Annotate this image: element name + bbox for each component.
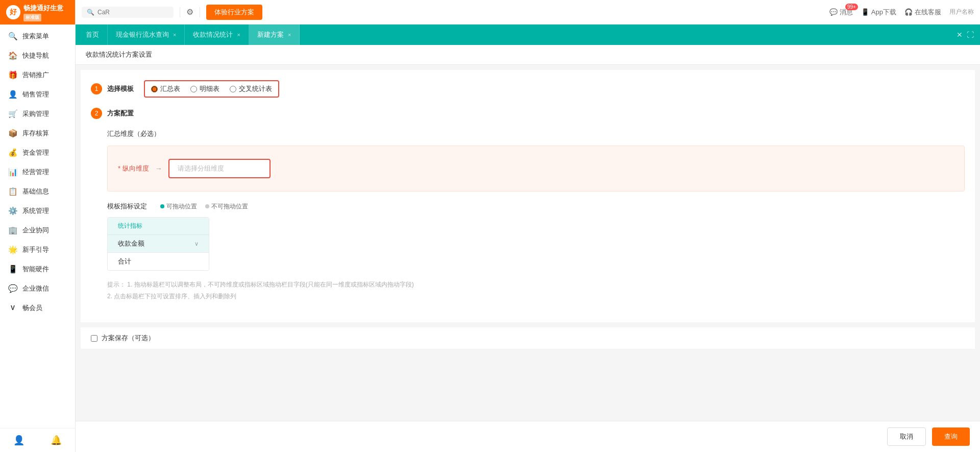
- page-title: 收款情况统计方案设置: [86, 51, 152, 58]
- save-label: 方案保存（可选）: [102, 334, 155, 343]
- edition-badge: 标准版: [23, 14, 41, 21]
- settings-icon[interactable]: ⚙: [186, 7, 193, 17]
- radio-detail-input[interactable]: [190, 86, 197, 92]
- tab-new-plan[interactable]: 新建方案 ×: [249, 25, 300, 45]
- sidebar-bottom-user[interactable]: 👤: [11, 433, 27, 448]
- dimension-section: 汇总维度（必选） * 纵向维度 → 请选择分组维度 模板指标设定: [91, 129, 965, 312]
- search-box[interactable]: 🔍: [82, 7, 174, 18]
- indicators-section: 模板指标设定 可拖动位置 不可拖动位置 统计指标: [107, 202, 965, 272]
- config-section: 汇总维度（必选） * 纵向维度 → 请选择分组维度 模板指标设定: [91, 129, 965, 312]
- tabs-right: ✕ ⛶: [950, 25, 980, 45]
- sidebar-item-hardware[interactable]: 📱 智能硬件: [0, 259, 75, 279]
- sidebar-item-system[interactable]: ⚙️ 系统管理: [0, 201, 75, 221]
- query-button[interactable]: 查询: [932, 427, 970, 446]
- arrow-icon: →: [155, 164, 162, 173]
- radio-detail[interactable]: 明细表: [190, 84, 219, 93]
- sidebar-item-inventory[interactable]: 📦 库存核算: [0, 124, 75, 143]
- app-download-btn[interactable]: 📱 App下载: [861, 8, 896, 17]
- sidebar: 好 畅捷通好生意 标准版 🔍 搜索菜单 🏠 快捷导航 🎁 营销推广 👤 销售管理…: [0, 0, 76, 452]
- step1-label: 选择模板: [107, 84, 134, 93]
- notify-icon: 🔔: [51, 435, 62, 446]
- tips-section: 提示： 1. 拖动标题栏可以调整布局，不可跨维度或指标区域拖动栏目字段(只能在同…: [107, 272, 965, 312]
- step1-number: 1: [91, 83, 102, 94]
- message-badge[interactable]: 💬 消息 99+: [829, 8, 853, 17]
- radio-cross-input[interactable]: [230, 86, 236, 92]
- sidebar-item-label: 营销推广: [22, 70, 49, 80]
- sidebar-item-marketing[interactable]: 🎁 营销推广: [0, 65, 75, 85]
- dimension-title: 汇总维度（必选）: [107, 129, 160, 138]
- sidebar-item-enterprise[interactable]: 🏢 企业协同: [0, 221, 75, 240]
- tab-home[interactable]: 首页: [76, 25, 108, 45]
- sidebar-logo: 好 畅捷通好生意 标准版: [0, 0, 75, 25]
- enterprise-icon: 🏢: [8, 226, 17, 235]
- draggable-legend: 可拖动位置: [160, 202, 197, 211]
- sidebar-item-search-menu[interactable]: 🔍 搜索菜单: [0, 27, 75, 46]
- sidebar-item-label: 资金管理: [22, 148, 49, 157]
- sidebar-item-label: 库存核算: [22, 129, 49, 138]
- industry-btn[interactable]: 体验行业方案: [206, 5, 262, 20]
- sidebar-item-purchase[interactable]: 🛒 采购管理: [0, 104, 75, 124]
- hardware-icon: 📱: [8, 265, 17, 274]
- tab-receipt-stat-label: 收款情况统计: [193, 30, 233, 39]
- form-section: 1 选择模板 汇总表 明细表 交叉统计表: [81, 70, 975, 322]
- home-icon: 🏠: [8, 51, 17, 60]
- operations-icon: 📊: [8, 168, 17, 177]
- tip-line-1: 提示： 1. 拖动标题栏可以调整布局，不可跨维度或指标区域拖动栏目字段(只能在同…: [107, 280, 965, 289]
- indicators-grid-header: 统计指标: [108, 218, 209, 234]
- tab-bank-flow[interactable]: 现金银行流水查询 ×: [108, 25, 185, 45]
- radio-cross-label: 交叉统计表: [239, 84, 272, 93]
- save-section: 方案保存（可选）: [81, 327, 975, 349]
- bottom-bar: 取消 查询: [76, 421, 980, 452]
- save-checkbox[interactable]: [91, 335, 97, 342]
- service-label: 在线客服: [915, 8, 941, 17]
- indicator-chevron-icon[interactable]: ∨: [194, 241, 199, 247]
- funds-icon: 💰: [8, 148, 17, 157]
- sidebar-item-newbie[interactable]: 🌟 新手引导: [0, 240, 75, 259]
- dimension-header: 汇总维度（必选）: [107, 129, 965, 138]
- draggable-label: 可拖动位置: [166, 202, 197, 211]
- sidebar-item-funds[interactable]: 💰 资金管理: [0, 143, 75, 162]
- username: 用户名称: [949, 8, 974, 16]
- sidebar-item-label: 系统管理: [22, 206, 49, 216]
- tab-receipt-stat[interactable]: 收款情况统计 ×: [185, 25, 249, 45]
- topbar: 🔍 ⚙ 体验行业方案 💬 消息 99+ 📱 App下载 🎧 在线客服 用户名称: [76, 0, 980, 25]
- radio-summary[interactable]: 汇总表: [151, 84, 180, 93]
- sidebar-item-base-info[interactable]: 📋 基础信息: [0, 182, 75, 201]
- inventory-icon: 📦: [8, 129, 17, 138]
- customer-service-btn[interactable]: 🎧 在线客服: [904, 8, 941, 17]
- app-download-label: App下载: [871, 8, 896, 17]
- tab-receipt-stat-close[interactable]: ×: [237, 32, 240, 38]
- user-avatar-icon: 👤: [13, 435, 24, 446]
- sidebar-bottom-notify[interactable]: 🔔: [48, 433, 64, 448]
- search-input[interactable]: [97, 9, 159, 16]
- close-window-icon[interactable]: ✕: [957, 31, 963, 39]
- radio-cross[interactable]: 交叉统计表: [230, 84, 272, 93]
- sidebar-item-label: 搜索菜单: [22, 32, 49, 41]
- sidebar-item-quick-nav[interactable]: 🏠 快捷导航: [0, 46, 75, 65]
- dimension-select[interactable]: 请选择分组维度: [168, 159, 271, 178]
- member-icon: V: [8, 304, 17, 312]
- sidebar-item-operations[interactable]: 📊 经营管理: [0, 162, 75, 182]
- tab-bank-flow-close[interactable]: ×: [173, 32, 176, 38]
- base-info-icon: 📋: [8, 187, 17, 196]
- sidebar-item-sales[interactable]: 👤 销售管理: [0, 85, 75, 104]
- sidebar-item-member[interactable]: V 畅会员: [0, 298, 75, 318]
- sidebar-item-label: 智能硬件: [22, 265, 49, 274]
- non-draggable-legend: 不可拖动位置: [205, 202, 248, 211]
- sidebar-item-label: 基础信息: [22, 187, 49, 196]
- page-header: 收款情况统计方案设置: [76, 45, 980, 65]
- maximize-icon[interactable]: ⛶: [967, 31, 974, 39]
- tab-new-plan-close[interactable]: ×: [288, 32, 291, 38]
- tab-new-plan-label: 新建方案: [257, 30, 284, 39]
- topbar-right: 💬 消息 99+ 📱 App下载 🎧 在线客服 用户名称: [829, 8, 974, 17]
- tab-home-label: 首页: [86, 30, 99, 39]
- radio-summary-input[interactable]: [151, 86, 158, 92]
- cancel-button[interactable]: 取消: [887, 427, 926, 446]
- sidebar-item-label: 畅会员: [22, 303, 42, 313]
- sidebar-item-label: 企业微信: [22, 284, 49, 293]
- indicator-total: 合计: [108, 252, 209, 270]
- dimension-row: * 纵向维度 → 请选择分组维度: [118, 159, 954, 178]
- sidebar-item-wechat[interactable]: 💬 企业微信: [0, 279, 75, 298]
- non-drag-dot-icon: [205, 204, 209, 208]
- radio-summary-label: 汇总表: [160, 84, 180, 93]
